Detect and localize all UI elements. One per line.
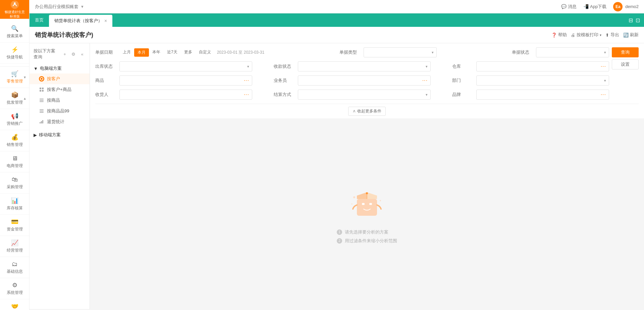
scheme-item-by-customer-product[interactable]: 按客户+商品 <box>30 84 90 95</box>
custom-btn[interactable]: 自定义 <box>196 48 214 57</box>
mobile-section-title[interactable]: ▶ 移动端方案 <box>30 130 90 140</box>
settle-select[interactable]: ▾ <box>298 90 431 100</box>
retail-icon: 🛒 <box>11 70 18 78</box>
svg-rect-18 <box>362 203 365 205</box>
svg-rect-13 <box>40 112 44 113</box>
scheme-item-by-customer[interactable]: 按客户 <box>30 73 90 84</box>
sidebar-item-system[interactable]: ⚙ 系统管理 <box>0 278 29 299</box>
print-btn[interactable]: 🖨 按模板打印 ▾ <box>571 32 601 38</box>
scheme-item-by-product[interactable]: 按商品 <box>30 95 90 106</box>
svg-point-3 <box>41 78 43 80</box>
sidebar-item-marketing[interactable]: 📢 营销推广 <box>0 109 29 130</box>
scheme-item-return[interactable]: 退货统计 <box>30 116 90 127</box>
sidebar-item-basic[interactable]: 🗂 基础信息 <box>0 257 29 278</box>
sidebar-item-sales[interactable]: 💰 销售管理 <box>0 130 29 151</box>
brand-select[interactable]: ··· <box>476 90 609 100</box>
sidebar-item-wholesale[interactable]: 📦 批发管理 ▲ <box>0 88 29 109</box>
page-title-bar: 销货单统计表(按客户) ❓ 帮助 🖨 按模板打印 ▾ ⬆ 导出 🔄 刷新 <box>30 27 644 43</box>
desktop-section-label: 电脑端方案 <box>40 65 62 71</box>
scheme-settings-btn[interactable]: ⚙ <box>70 51 77 57</box>
user-menu[interactable]: Ea demo2 <box>613 2 639 11</box>
last-month-btn[interactable]: 上月 <box>119 48 134 57</box>
date-filter: 上月 本月 本年 近7天 更多 自定义 2023-03-01 至 2023-03… <box>119 48 264 57</box>
app-logo[interactable]: 畅捷通好生意 标准版 <box>0 0 30 19</box>
svg-rect-6 <box>40 90 41 92</box>
app-subtitle: 标准版 <box>10 14 20 19</box>
refresh-btn[interactable]: 🔄 刷新 <box>623 32 639 38</box>
desktop-section: ▼ 电脑端方案 按客户 <box>30 62 90 128</box>
system-icon: ⚙ <box>11 281 18 289</box>
settle-label: 结算方式 <box>274 92 294 98</box>
pay-status-select[interactable]: ▾ <box>298 61 431 71</box>
help-btn[interactable]: ❓ 帮助 <box>551 32 567 38</box>
out-status-select[interactable]: ▾ <box>119 61 252 71</box>
hint-text-1: 请先选择要分析的方案 <box>345 228 388 237</box>
sidebar-item-search[interactable]: 🔍 搜索菜单 <box>0 21 29 43</box>
department-arrow: ▾ <box>604 79 606 83</box>
sidebar-item-retail[interactable]: 🛒 零售管理 ▼ <box>0 67 29 88</box>
salesperson-dots: ··· <box>422 78 428 84</box>
ecommerce-icon: 🖥 <box>11 155 18 162</box>
window-maximize-btn[interactable]: ⊡ <box>636 17 640 23</box>
recipient-select[interactable]: ··· <box>119 90 252 100</box>
desktop-section-title[interactable]: ▼ 电脑端方案 <box>30 63 90 73</box>
sidebar-item-quicknav[interactable]: ⚡ 快捷导航 <box>0 43 29 64</box>
retail-label: 零售管理 <box>7 79 23 84</box>
type-select[interactable]: ▾ <box>364 47 437 57</box>
sidebar-item-inventory[interactable]: 📊 库存核算 <box>0 194 29 215</box>
warehouse-select[interactable]: ··· <box>476 61 609 71</box>
page-title: 销货单统计表(按客户) <box>35 31 93 39</box>
salesperson-label: 业务员 <box>274 78 294 84</box>
header-right: 💬 消息 📲 App下载 Ea demo2 <box>561 2 639 11</box>
scheme-collapse-btn[interactable]: « <box>79 51 86 57</box>
pay-status-arrow: ▾ <box>426 64 428 69</box>
status-select[interactable]: ▾ <box>536 47 609 57</box>
recipient-label: 收货人 <box>95 92 115 98</box>
right-buttons: 查询 设置 <box>609 47 639 69</box>
sidebar-item-purchase[interactable]: 🛍 采购管理 <box>0 172 29 194</box>
brand-label: 品牌 <box>452 92 472 98</box>
message-btn[interactable]: 💬 消息 <box>561 4 577 10</box>
scheme-item-by-product-99[interactable]: 按商品品99 <box>30 106 90 116</box>
product-dots: ··· <box>244 78 249 84</box>
department-select[interactable]: ▾ <box>476 75 609 86</box>
tab-sales-stats[interactable]: 销货单统计表（按客户） × <box>49 15 112 27</box>
export-label: 导出 <box>610 32 619 38</box>
print-label: 按模板打印 <box>577 32 598 38</box>
export-btn[interactable]: ⬆ 导出 <box>605 32 619 38</box>
sidebar-item-cooperation[interactable]: 🤝 企业协同 <box>0 299 29 310</box>
quicknav-label: 快捷导航 <box>7 54 23 60</box>
svg-rect-14 <box>40 122 41 123</box>
tab-close-btn[interactable]: × <box>104 18 107 23</box>
marketing-icon: 📢 <box>11 112 18 120</box>
settings-btn[interactable]: 设置 <box>612 59 639 69</box>
search-icon: 🔍 <box>11 25 18 32</box>
main-area: 办公用品行业模拟账套 ▾ 💬 消息 📲 App下载 Ea demo2 首页 <box>30 0 644 310</box>
last-7-days-btn[interactable]: 近7天 <box>164 48 181 57</box>
operation-icon: 📈 <box>11 239 18 247</box>
filter-fields: 单据日期 上月 本月 本年 近7天 更多 自定义 2023-03-01 至 20… <box>95 47 609 104</box>
more-btn[interactable]: 更多 <box>181 48 196 57</box>
this-month-btn[interactable]: 本月 <box>134 48 149 57</box>
active-tab-label: 销货单统计表（按客户） <box>54 18 102 24</box>
scheme-add-btn[interactable]: + <box>61 51 68 57</box>
operation-label: 经营管理 <box>7 248 23 253</box>
sales-icon: 💰 <box>11 134 18 141</box>
tab-home[interactable]: 首页 <box>30 13 49 27</box>
app-download-btn[interactable]: 📲 App下载 <box>583 4 606 10</box>
refresh-icon: 🔄 <box>623 33 629 38</box>
breadcrumb: 办公用品行业模拟账套 <box>35 4 78 10</box>
sidebar-item-finance[interactable]: 💳 资金管理 <box>0 215 29 236</box>
status-select-arrow: ▾ <box>604 50 606 55</box>
settle-arrow: ▾ <box>426 93 428 97</box>
sidebar-item-operation[interactable]: 📈 经营管理 <box>0 236 29 257</box>
breadcrumb-dropdown-icon[interactable]: ▾ <box>81 4 84 9</box>
window-minimize-btn[interactable]: ⊟ <box>629 17 633 23</box>
salesperson-select[interactable]: ··· <box>298 75 431 86</box>
collapse-btn[interactable]: ∧ 收起更多条件 <box>348 107 385 116</box>
product-select[interactable]: ··· <box>119 75 252 86</box>
type-label: 单据类型 <box>339 49 360 55</box>
sidebar-item-ecommerce[interactable]: 🖥 电商管理 <box>0 151 29 172</box>
query-btn[interactable]: 查询 <box>612 47 639 57</box>
this-year-btn[interactable]: 本年 <box>149 48 164 57</box>
